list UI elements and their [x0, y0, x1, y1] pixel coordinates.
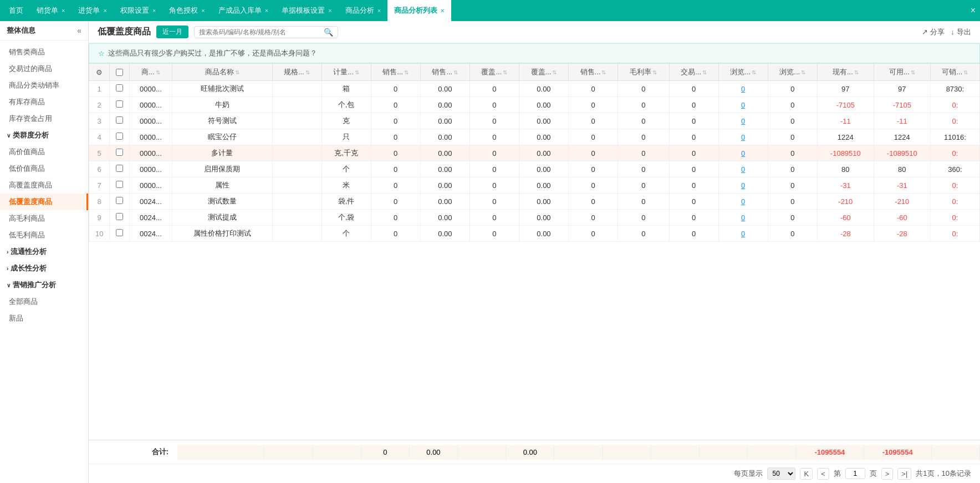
- row-checkbox[interactable]: [110, 81, 129, 97]
- sidebar-group-cluster[interactable]: ∨ 类群度分析: [0, 127, 88, 144]
- nav-close-icon[interactable]: ×: [265, 7, 268, 14]
- nav-close-icon[interactable]: ×: [152, 7, 156, 14]
- th-browse1[interactable]: 浏览...⇅: [718, 64, 768, 81]
- th-margin[interactable]: 毛利率⇅: [618, 64, 670, 81]
- th-trade[interactable]: 交易...⇅: [669, 64, 718, 81]
- nav-sales-order[interactable]: 销货单 ×: [30, 0, 72, 21]
- nav-product-analysis[interactable]: 商品分析 ×: [339, 0, 387, 21]
- sidebar-item-high-coverage[interactable]: 高覆盖度商品: [0, 177, 88, 194]
- sidebar-item-all-goods[interactable]: 全部商品: [0, 293, 88, 310]
- row-checkbox[interactable]: [110, 210, 129, 226]
- sort-icon: ⇅: [801, 69, 805, 75]
- total-sales3: [554, 445, 603, 460]
- last-page-button[interactable]: >|: [897, 468, 911, 480]
- nav-product-analysis-list[interactable]: 商品分析列表 ×: [387, 0, 451, 21]
- export-button[interactable]: ↓ 导出: [951, 27, 972, 37]
- row-sales-amt: 0.00: [420, 161, 469, 177]
- row-cover2: 0.00: [519, 113, 568, 129]
- sidebar-group-growth[interactable]: › 成长性分析: [0, 260, 88, 277]
- th-cover1[interactable]: 覆盖...⇅: [469, 64, 519, 81]
- total-label: 合计:: [89, 444, 177, 460]
- close-all-tabs-button[interactable]: ×: [971, 6, 976, 16]
- sidebar-item-stock-funds[interactable]: 库存资金占用: [0, 110, 88, 127]
- sidebar-item-low-margin[interactable]: 低毛利商品: [0, 227, 88, 243]
- row-checkbox[interactable]: [110, 129, 129, 145]
- prev-page-button[interactable]: <: [817, 468, 829, 480]
- row-unit: 只: [321, 129, 371, 145]
- search-icon[interactable]: 🔍: [324, 28, 333, 37]
- th-sales-amt[interactable]: 销售...⇅: [420, 64, 469, 81]
- sidebar-item-high-margin[interactable]: 高毛利商品: [0, 210, 88, 227]
- nav-close-icon[interactable]: ×: [441, 7, 444, 14]
- th-current[interactable]: 现有...⇅: [817, 64, 874, 81]
- row-margin: 0: [618, 97, 670, 113]
- sort-icon: ⇅: [911, 69, 915, 75]
- nav-close-icon[interactable]: ×: [103, 7, 106, 14]
- row-browse1: 0: [718, 113, 768, 129]
- nav-product-storage[interactable]: 产成品入库单 ×: [212, 0, 275, 21]
- tab-recent-month[interactable]: 近一月: [156, 26, 188, 38]
- th-browse2[interactable]: 浏览...⇅: [768, 64, 817, 81]
- select-all-checkbox[interactable]: [116, 69, 123, 76]
- sidebar-item-sales-goods[interactable]: 销售类商品: [0, 44, 88, 60]
- row-checkbox[interactable]: [110, 113, 129, 129]
- nav-close-icon[interactable]: ×: [328, 7, 331, 14]
- th-available[interactable]: 可用...⇅: [874, 64, 930, 81]
- nav-home[interactable]: 首页: [2, 0, 30, 21]
- page-number-input[interactable]: [845, 468, 865, 479]
- th-saleable[interactable]: 可销...⇅: [930, 64, 979, 81]
- row-checkbox[interactable]: [110, 177, 129, 194]
- nav-close-icon[interactable]: ×: [201, 7, 205, 14]
- row-cover1: 0: [469, 177, 519, 194]
- sidebar-item-new-products[interactable]: 新品: [0, 310, 88, 327]
- share-button[interactable]: ↗ 分享: [922, 27, 945, 37]
- sidebar-item-in-stock[interactable]: 有库存商品: [0, 94, 88, 110]
- sidebar-title[interactable]: 整体信息 «: [0, 21, 88, 40]
- top-nav: 首页 销货单 × 进货单 × 权限设置 × 角色授权 × 产成品入库单 × 单据…: [0, 0, 980, 21]
- search-input[interactable]: [199, 28, 321, 36]
- sidebar-item-category-sales-rate[interactable]: 商品分类动销率: [0, 77, 88, 94]
- row-checkbox[interactable]: [110, 145, 129, 161]
- table-footer: 合计: 0 0.00 0.00: [89, 440, 980, 483]
- nav-close-icon[interactable]: ×: [377, 7, 381, 14]
- th-sales-qty[interactable]: 销售...⇅: [371, 64, 420, 81]
- row-checkbox[interactable]: [110, 97, 129, 113]
- sidebar-item-traded-goods[interactable]: 交易过的商品: [0, 60, 88, 77]
- th-name[interactable]: 商品名称⇅: [172, 64, 272, 81]
- th-code[interactable]: 商...⇅: [129, 64, 172, 81]
- sidebar-item-low-value[interactable]: 低价值商品: [0, 160, 88, 177]
- row-checkbox[interactable]: [110, 161, 129, 177]
- nav-purchase-order[interactable]: 进货单 ×: [72, 0, 113, 21]
- row-number: 3: [89, 113, 110, 129]
- th-spec[interactable]: 规格...⇅: [272, 64, 321, 81]
- page-size-select[interactable]: 50 100 200: [767, 467, 795, 480]
- nav-role-auth[interactable]: 角色授权 ×: [162, 0, 211, 21]
- sidebar-item-high-value[interactable]: 高价值商品: [0, 144, 88, 160]
- nav-permission[interactable]: 权限设置 ×: [114, 0, 162, 21]
- row-checkbox[interactable]: [110, 194, 129, 210]
- row-checkbox[interactable]: [110, 226, 129, 242]
- th-unit[interactable]: 计量...⇅: [321, 64, 371, 81]
- next-page-button[interactable]: >: [881, 468, 894, 480]
- first-page-button[interactable]: K: [800, 468, 813, 480]
- nav-template-settings[interactable]: 单据模板设置 ×: [275, 0, 338, 21]
- row-code: 0024...: [129, 210, 172, 226]
- th-cover2[interactable]: 覆盖...⇅: [519, 64, 568, 81]
- th-checkbox[interactable]: [110, 64, 129, 81]
- row-spec: [272, 129, 321, 145]
- sidebar-group-marketing[interactable]: ∨ 营销推广分析: [0, 277, 88, 293]
- th-sales3[interactable]: 销售...⇅: [569, 64, 618, 81]
- th-settings[interactable]: ⚙: [89, 64, 110, 81]
- row-browse2: 0: [768, 129, 817, 145]
- collapse-icon[interactable]: «: [77, 26, 81, 35]
- row-saleable: 8730:: [930, 81, 979, 97]
- sidebar-item-low-coverage[interactable]: 低覆盖度商品: [0, 194, 88, 210]
- table-row: 50000...多计量克,千克00.0000.0000000-1089510-1…: [89, 145, 980, 161]
- row-cover1: 0: [469, 194, 519, 210]
- total-browse2: [748, 445, 796, 460]
- sidebar-group-flow[interactable]: › 流通性分析: [0, 243, 88, 260]
- content-header: 低覆盖度商品 近一月 🔍 ↗ 分享 ↓ 导出: [89, 21, 980, 43]
- nav-close-icon[interactable]: ×: [62, 7, 65, 14]
- row-margin: 0: [618, 210, 670, 226]
- row-browse2: 0: [768, 145, 817, 161]
